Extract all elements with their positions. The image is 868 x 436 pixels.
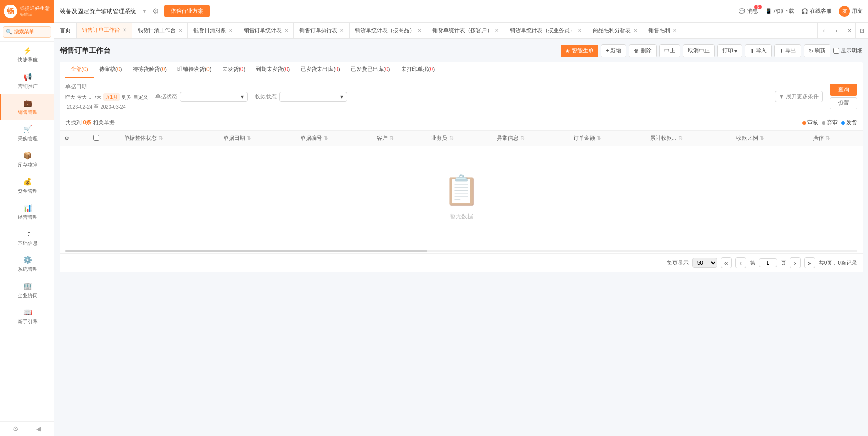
tab-profit-analysis[interactable]: 商品毛利分析表✕: [587, 23, 643, 39]
sidebar-item-purchase[interactable]: 🛒 采购管理: [0, 120, 54, 147]
tab-cash-reconcile[interactable]: 钱货日清对账✕: [188, 23, 238, 39]
message-item[interactable]: 💬 6 消息: [739, 7, 758, 15]
sidebar-item-basics[interactable]: 🗂 基础信息: [0, 225, 54, 251]
filter-tab-shipped-warehoused[interactable]: 已发货已出库(0): [345, 62, 396, 78]
show-detail-checkbox-label[interactable]: 显示明细: [833, 47, 863, 55]
maximize-tab-button[interactable]: ⊡: [855, 23, 868, 39]
sidebar-item-marketing[interactable]: 📢 营销推广: [0, 68, 54, 94]
gear-icon[interactable]: ⚙: [153, 7, 159, 15]
app-download-item[interactable]: 📱 App下载: [765, 7, 794, 15]
sidebar-item-finance[interactable]: 💰 资金管理: [0, 173, 54, 199]
tab-label-sales-stat-product: 销货单统计表（按商品）: [355, 27, 415, 34]
table-settings-icon[interactable]: ⚙: [64, 135, 69, 142]
sidebar-item-enterprise[interactable]: 🏢 企业协同: [0, 277, 54, 303]
tab-sales-stat-table[interactable]: 销售订单统计表✕: [238, 23, 294, 39]
close-tab-sales-gross[interactable]: ✕: [673, 28, 676, 33]
import-button[interactable]: ⬆ 导入: [745, 44, 772, 57]
date-option-自定义[interactable]: 自定义: [133, 94, 148, 100]
review-action[interactable]: 审核: [802, 119, 818, 127]
filter-tab-unprinted[interactable]: 未打印单据(0): [396, 62, 441, 78]
stop-button[interactable]: 中止: [659, 44, 680, 57]
collapse-icon[interactable]: ◀: [36, 425, 41, 432]
close-tab-sales-stat-customer[interactable]: ✕: [495, 28, 499, 33]
sidebar-item-guide[interactable]: 📖 新手引导: [0, 303, 54, 330]
tab-sales-stat-product[interactable]: 销货单统计表（按商品）✕: [350, 23, 427, 39]
sidebar-item-sales[interactable]: 💼 销售管理: [0, 94, 54, 120]
tab-cash-daily[interactable]: 钱货日清工作台✕: [132, 23, 188, 39]
date-option-今天[interactable]: 今天: [77, 94, 87, 100]
ship-action[interactable]: 发货: [841, 119, 857, 127]
trial-button[interactable]: 体验行业方案: [164, 5, 210, 17]
message-badge: 6: [754, 5, 762, 9]
date-option-昨天[interactable]: 昨天: [65, 94, 75, 100]
filter-tab-pending-review[interactable]: 待审核(0): [94, 62, 128, 78]
search-menu-button[interactable]: 🔍 搜索菜单: [3, 26, 51, 38]
close-tab-cash-daily[interactable]: ✕: [178, 28, 182, 33]
tab-sales-stat-customer[interactable]: 销货单统计表（按客户）✕: [427, 23, 504, 39]
cancel-stop-button[interactable]: 取消中止: [683, 44, 715, 57]
query-button[interactable]: 查询: [830, 84, 857, 96]
date-option-近1月[interactable]: 近1月: [103, 93, 120, 101]
export-button[interactable]: ⬇ 导出: [774, 44, 801, 57]
search-settings-button[interactable]: 设置: [830, 97, 857, 109]
status-select[interactable]: ▾: [180, 92, 248, 102]
prev-tab-button[interactable]: ‹: [817, 23, 830, 39]
sidebar-item-inventory[interactable]: 📦 库存核算: [0, 147, 54, 173]
reject-action[interactable]: 弃审: [822, 119, 838, 127]
filter-tab-shipped-not-warehoused[interactable]: 已发货未出库(0): [295, 62, 345, 78]
nav-icon-basics: 🗂: [24, 230, 31, 238]
col-header-operation[interactable]: 操作⇅: [808, 131, 863, 146]
settings-icon[interactable]: ⚙: [13, 425, 19, 432]
print-button[interactable]: 打印 ▾: [717, 44, 742, 57]
online-support-item[interactable]: 🎧 在线客服: [801, 7, 832, 15]
refresh-button[interactable]: ↻ 刷新: [804, 44, 830, 57]
sidebar-item-system[interactable]: ⚙️ 系统管理: [0, 251, 54, 277]
nav-label-quick-nav: 快捷导航: [18, 57, 38, 63]
filter-tab-pending-inspect[interactable]: 待拣货验货(0): [127, 62, 172, 78]
close-tab-profit-analysis[interactable]: ✕: [633, 28, 637, 33]
add-button[interactable]: + 新增: [601, 44, 626, 57]
filter-tab-overdue-unshipped[interactable]: 到期未发货(0): [250, 62, 295, 78]
close-tab-sales-exec-table[interactable]: ✕: [340, 28, 344, 33]
col-header-settings[interactable]: ⚙: [60, 131, 89, 146]
nav-icon-inventory: 📦: [23, 151, 32, 160]
close-tab-cash-reconcile[interactable]: ✕: [229, 28, 232, 33]
filter-tab-unshipped[interactable]: 未发货(0): [217, 62, 251, 78]
close-tab-sales-stat-table[interactable]: ✕: [284, 28, 288, 33]
close-all-tabs-button[interactable]: ✕: [843, 23, 855, 39]
page-size-select[interactable]: 50 20 100: [692, 258, 717, 268]
close-tab-sales-workbench[interactable]: ✕: [123, 28, 126, 33]
filter-tab-wangpu-pending[interactable]: 旺铺待发货(0): [172, 62, 217, 78]
tab-sales-stat-staff[interactable]: 销货单统计表（按业务员）✕: [504, 23, 587, 39]
close-tab-sales-stat-staff[interactable]: ✕: [578, 28, 581, 33]
next-tab-button[interactable]: ›: [830, 23, 843, 39]
date-option-近7天[interactable]: 近7天: [89, 94, 101, 100]
tab-label-profit-analysis: 商品毛利分析表: [593, 27, 631, 34]
scrollbar-thumb[interactable]: [65, 250, 427, 252]
tab-home[interactable]: 首页: [54, 23, 77, 39]
sidebar-item-operations[interactable]: 📊 经营管理: [0, 199, 54, 225]
app-title-dropdown[interactable]: ▼: [142, 8, 147, 14]
tab-sales-gross[interactable]: 销售毛利✕: [643, 23, 682, 39]
last-page-button[interactable]: »: [804, 257, 815, 268]
nav-icon-marketing: 📢: [23, 72, 32, 81]
tab-sales-workbench[interactable]: 销售订单工作台✕: [77, 23, 132, 39]
sidebar-item-quick-nav[interactable]: ⚡ 快捷导航: [0, 42, 54, 68]
prev-page-button[interactable]: ‹: [735, 257, 746, 268]
horizontal-scrollbar[interactable]: [60, 248, 863, 253]
select-all-checkbox[interactable]: [93, 135, 99, 141]
date-option-更多[interactable]: 更多: [121, 94, 131, 100]
smart-create-button[interactable]: ★ 智能生单: [561, 45, 598, 57]
filter-tab-all[interactable]: 全部(0): [65, 62, 94, 78]
user-menu[interactable]: 友 用友: [839, 6, 863, 17]
close-tab-sales-stat-product[interactable]: ✕: [417, 28, 421, 33]
tab-sales-exec-table[interactable]: 销售订单执行表✕: [294, 23, 350, 39]
next-page-button[interactable]: ›: [790, 257, 801, 268]
delete-button[interactable]: 🗑 删除: [629, 44, 657, 57]
expand-conditions-button[interactable]: ▼ 展开更多条件: [775, 91, 823, 102]
page-actions: ★ 智能生单 + 新增 🗑 删除 中止 取消中止 打印 ▾ ⬆ 导入: [561, 44, 863, 57]
page-number-input[interactable]: [759, 258, 777, 267]
first-page-button[interactable]: «: [721, 257, 732, 268]
show-detail-checkbox[interactable]: [833, 48, 839, 54]
payment-select[interactable]: ▾: [279, 92, 347, 102]
